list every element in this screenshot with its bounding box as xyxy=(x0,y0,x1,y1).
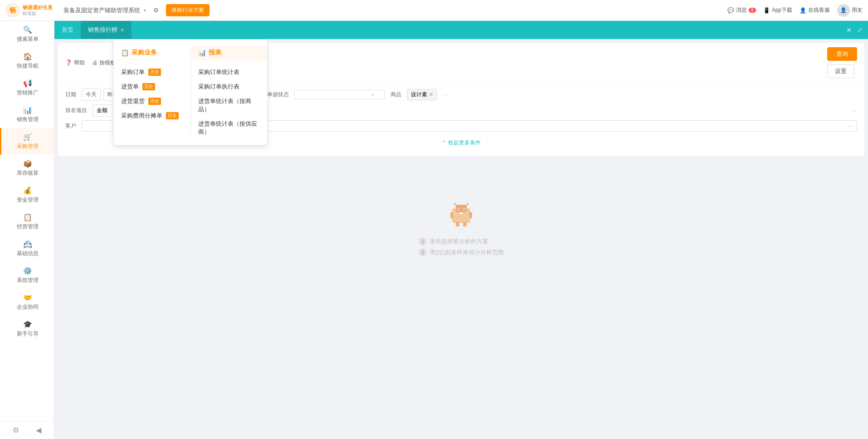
goods-label: 商品 xyxy=(390,91,401,99)
dropdown-item-order-exec[interactable]: 采购订单执行表 xyxy=(191,79,268,94)
user-menu-button[interactable]: 👤 用友 xyxy=(837,4,863,17)
svg-rect-13 xyxy=(454,203,456,206)
sidebar-item-system[interactable]: ⚙️ 系统管理 xyxy=(0,262,54,289)
dropdown-item-expense[interactable]: 采购费用分摊单 历史 xyxy=(114,109,190,123)
sidebar-item-inventory[interactable]: 📦 库存核算 xyxy=(0,155,54,182)
tab-end-buttons: ✕ ⤢ xyxy=(844,25,868,35)
settings-button[interactable]: 设置 xyxy=(827,64,854,78)
sidebar-item-basic[interactable]: 📇 基础信息 xyxy=(0,235,54,262)
tab-home[interactable]: 首页 xyxy=(54,21,81,39)
tab-home-label: 首页 xyxy=(62,26,73,34)
online-service-button[interactable]: 👤 在线客服 xyxy=(800,6,830,14)
tab-sales-rank[interactable]: 销售排行榜 ✕ xyxy=(81,21,132,39)
svg-rect-11 xyxy=(456,222,459,227)
system-title-text: 装备及固定资产辅助管理系统 xyxy=(63,6,140,15)
system-title-dropdown-icon[interactable]: ▾ xyxy=(144,8,146,13)
query-button[interactable]: 查询 xyxy=(827,47,857,61)
sidebar-item-marketing[interactable]: 📢 营销推广 xyxy=(0,74,54,101)
marketing-icon: 📢 xyxy=(23,79,32,88)
purchase-section-icon: 📋 xyxy=(121,49,129,56)
empty-illustration xyxy=(443,196,479,232)
bill-status-dropdown-icon: ▾ xyxy=(371,92,374,97)
help-button[interactable]: ❓ 帮助 xyxy=(65,59,85,67)
svg-point-7 xyxy=(463,209,465,210)
hint-num-2: 2 xyxy=(419,248,427,256)
sidebar-item-label: 销售管理 xyxy=(17,116,39,123)
logo-area: 畅 畅捷通好生意 标准版 xyxy=(5,3,60,18)
dropdown-item-incoming[interactable]: 进货单 历史 xyxy=(114,79,190,94)
logo-icon: 畅 xyxy=(5,3,20,18)
toolbar-right: 查询 设置 xyxy=(827,47,857,78)
dropdown-item-order-stats[interactable]: 采购订单统计表 xyxy=(191,65,268,79)
svg-point-6 xyxy=(458,209,459,210)
date-btn-today[interactable]: 今天 xyxy=(82,89,101,101)
dropdown-item-incoming-stats-supplier[interactable]: 进货单统计表（按供应商） xyxy=(191,117,268,139)
home-icon: 🏠 xyxy=(23,52,32,61)
rank-item-label: 排名项目 xyxy=(65,107,87,114)
report-section-icon: 📊 xyxy=(198,49,206,56)
sidebar-item-quicknav[interactable]: 🏠 快捷导航 xyxy=(0,48,54,74)
sidebar-item-label: 营销推广 xyxy=(17,89,39,97)
svg-rect-8 xyxy=(459,212,463,214)
tab-close-button[interactable]: ✕ xyxy=(120,27,124,33)
enterprise-icon: 🤝 xyxy=(23,293,32,302)
finance-icon: 💰 xyxy=(23,186,32,195)
app-download-button[interactable]: 📱 App下载 xyxy=(763,6,792,14)
phone-icon: 📱 xyxy=(763,7,770,14)
basic-icon: 📇 xyxy=(23,240,32,248)
sidebar-item-sales[interactable]: 📊 销售管理 xyxy=(0,101,54,128)
help-icon: ❓ xyxy=(65,59,72,66)
service-icon: 👤 xyxy=(800,7,806,14)
bill-status-select[interactable]: ▾ xyxy=(294,90,385,99)
svg-rect-12 xyxy=(463,222,467,227)
collapse-button[interactable]: ⌃ 收起更多条件 xyxy=(442,139,481,147)
svg-rect-9 xyxy=(450,212,453,218)
sidebar-item-enterprise[interactable]: 🤝 企业协同 xyxy=(0,289,54,316)
tab-close-all-button[interactable]: ✕ xyxy=(844,25,853,35)
print-icon: 🖨 xyxy=(92,59,98,66)
sidebar-item-label: 经营管理 xyxy=(17,223,39,231)
sidebar-item-search[interactable]: 🔍 搜索菜单 xyxy=(0,21,54,48)
customer-label: 客户 xyxy=(65,122,76,130)
purchase-business-column: 📋 采购业务 采购订单 历史 进货单 历史 xyxy=(114,45,190,139)
sidebar-item-newbie[interactable]: 🎓 新手引导 xyxy=(0,316,54,342)
customer-more-button[interactable]: ··· xyxy=(848,123,853,129)
inventory-icon: 📦 xyxy=(23,159,32,168)
collapse-chevron-icon: ⌃ xyxy=(442,140,446,146)
sidebar-item-label: 资金管理 xyxy=(17,196,39,204)
system-settings-button[interactable]: ⚙ xyxy=(150,4,162,17)
sidebar-item-label: 基础信息 xyxy=(17,250,39,257)
messages-button[interactable]: 💬 消息 9 xyxy=(727,6,756,14)
sidebar-item-operation[interactable]: 📋 经营管理 xyxy=(0,208,54,235)
goods-more-button[interactable]: ··· xyxy=(443,91,448,98)
sidebar-collapse-button[interactable]: ◀ xyxy=(36,426,41,434)
svg-text:畅: 畅 xyxy=(10,6,16,14)
industry-solution-button[interactable]: 体验行业方案 xyxy=(166,4,210,16)
incoming-hist-badge: 历史 xyxy=(142,83,155,90)
operation-icon: 📋 xyxy=(23,213,32,222)
sidebar-settings-button[interactable]: ⚙ xyxy=(13,426,19,434)
sidebar-item-purchase[interactable]: 🛒 采购管理 xyxy=(0,128,54,155)
sidebar-item-finance[interactable]: 💰 资金管理 xyxy=(0,182,54,208)
expense-label: 采购费用分摊单 xyxy=(121,112,162,120)
salesman-input-row: ··· xyxy=(210,107,857,114)
svg-rect-3 xyxy=(456,205,467,212)
goods-tag-value: 设计素 xyxy=(411,91,427,99)
bill-status-label: 单据状态 xyxy=(267,91,289,99)
hint-num-1: 1 xyxy=(419,237,427,246)
newbie-icon: 🎓 xyxy=(23,320,32,329)
incoming-label: 进货单 xyxy=(121,83,139,91)
return-hist-badge: 历史 xyxy=(148,98,161,105)
empty-image xyxy=(443,196,479,232)
dropdown-item-purchase-order[interactable]: 采购订单 历史 xyxy=(114,65,190,79)
dropdown-item-incoming-stats-goods[interactable]: 进货单统计表（按商品） xyxy=(191,94,268,117)
dropdown-item-return[interactable]: 进货退货 历史 xyxy=(114,94,190,109)
tab-expand-button[interactable]: ⤢ xyxy=(855,25,864,35)
salesman-more-button[interactable]: ··· xyxy=(852,107,857,114)
date-label: 日期 xyxy=(65,91,76,99)
purchase-order-hist-badge: 历史 xyxy=(148,69,161,76)
sidebar-item-label: 企业协同 xyxy=(17,303,39,311)
purchase-icon: 🛒 xyxy=(23,133,32,141)
goods-tag-close-button[interactable]: ✕ xyxy=(429,92,433,98)
user-avatar: 👤 xyxy=(837,4,850,17)
